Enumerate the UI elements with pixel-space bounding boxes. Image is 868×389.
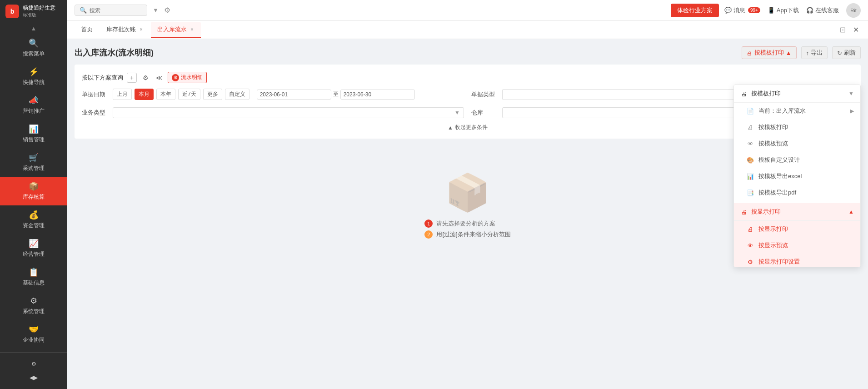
sidebar-item-label: 快捷导航 [23,79,45,86]
online-service-button[interactable]: 🎧 在线客服 [806,6,839,15]
tab-home-label: 首页 [81,25,93,34]
sidebar-item-label: 采购管理 [23,165,45,172]
dropdown-display-print-header[interactable]: 🖨 按显示打印 ▲ [734,203,860,221]
industry-solution-button[interactable]: 体验行业方案 [671,4,719,17]
tab-close-icon[interactable]: ✕ [851,24,861,36]
tab-flow-close[interactable]: × [190,26,195,33]
tab-home[interactable]: 首页 [75,22,99,38]
sidebar-item-quick-nav[interactable]: ⚡ 快捷导航 [0,62,67,91]
filter-tag-item[interactable]: ⚙ 流水明细 [168,72,207,83]
step1-number: 1 [424,219,433,228]
sidebar-item-operations[interactable]: 📈 经营管理 [0,234,67,263]
dropdown-display-print-set-item[interactable]: ⚙ 按显示打印设置 [734,254,860,267]
export-button[interactable]: ↑ 导出 [801,46,828,59]
sidebar-item-label: 经营管理 [23,250,45,258]
sidebar-item-finance[interactable]: 💰 资金管理 [0,205,67,234]
date-custom-button[interactable]: 自定义 [225,89,249,100]
collapse-up-icon: ▲ [448,125,453,131]
tab-restore-icon[interactable]: ⊡ [838,24,848,36]
display-print-item-icon: 🖨 [747,225,754,233]
dropdown-template-print-header[interactable]: 🖨 按模板打印 ▼ [734,85,860,103]
date-more-button[interactable]: 更多 [203,89,222,100]
sidebar-item-purchase[interactable]: 🛒 采购管理 [0,148,67,177]
marketing-icon: 📣 [29,95,39,105]
online-service-label: 在线客服 [815,6,839,15]
dropdown-scrollable: 🖨 按模板打印 ▼ 📄 当前：出入库流水 ▶ 🖨 按模板打印 [734,85,860,267]
sidebar-item-cooperation[interactable]: 🤝 企业协同 [0,320,67,349]
dropdown-display-print-item-label: 按显示打印 [758,225,788,233]
sidebar-item-inventory[interactable]: 📦 库存核算 [0,177,67,205]
date-label: 单据日期 [82,90,109,99]
sidebar-item-marketing[interactable]: 📣 营销推广 [0,91,67,120]
date-last-month-button[interactable]: 上月 [113,89,132,100]
topbar-dropdown-arrow[interactable]: ▼ [153,7,159,14]
warehouse-select[interactable]: ▼ [502,107,774,118]
current-arrow-icon: ▶ [850,108,854,114]
date-7days-button[interactable]: 近7天 [178,89,200,100]
export-label: 导出 [811,49,823,57]
print-chevron-up-icon: ▲ [786,50,792,56]
user-avatar[interactable]: Rit [846,3,861,18]
dropdown-template-preview-label: 按模板预览 [758,140,788,148]
dropdown-template-excel-label: 按模板导出excel [758,172,802,180]
dropdown-template-preview-item[interactable]: 👁 按模板预览 [734,135,860,152]
tab-batch-account-label: 库存批次账 [106,25,136,34]
sidebar-item-label: 企业协同 [23,336,45,344]
sidebar-item-basic[interactable]: 📋 基础信息 [0,263,67,291]
app-download-icon: 📱 [768,7,775,14]
dropdown-current-item[interactable]: 📄 当前：出入库流水 ▶ [734,103,860,119]
search-input[interactable] [90,7,135,14]
tab-batch-account-close[interactable]: × [139,26,144,33]
topbar-actions: 💬 消息 99+ 📱 App下载 🎧 在线客服 Rit [724,3,861,18]
biz-type-select[interactable]: ▼ [113,107,464,118]
message-label: 消息 [733,6,745,15]
filter-date-field: 单据日期 上月 本月 本年 近7天 更多 自定义 至 [82,89,464,100]
dropdown-template-excel-item[interactable]: 📊 按模板导出excel [734,168,860,185]
sidebar-item-guide[interactable]: 🎯 新手引导 [0,349,67,352]
tabs-actions: ⊡ ✕ [838,24,861,36]
tab-batch-account[interactable]: 库存批次账 × [100,22,150,38]
dropdown-template-print-item[interactable]: 🖨 按模板打印 [734,119,860,135]
step2-text: 用[过滤]条件来缩小分析范围 [436,230,510,239]
dropdown-template-pdf-item[interactable]: 📑 按模板导出pdf [734,185,860,201]
sidebar-item-sales[interactable]: 📊 销售管理 [0,120,67,148]
dropdown-display-print-item[interactable]: 🖨 按显示打印 [734,221,860,237]
message-button[interactable]: 💬 消息 99+ [724,6,760,15]
dropdown-template-chevron-down-icon: ▼ [848,90,854,97]
dropdown-divider-1 [734,202,860,202]
sidebar-bottom-settings[interactable]: ⚙ [0,357,67,371]
dropdown-template-custom-item[interactable]: 🎨 模板自定义设计 [734,152,860,168]
refresh-button[interactable]: ↻ 刷新 [832,46,861,59]
dropdown-display-preview-item[interactable]: 👁 按显示预览 [734,237,860,254]
inventory-icon: 📦 [29,181,39,191]
sidebar-item-system[interactable]: ⚙ 系统管理 [0,291,67,320]
refresh-icon: ↻ [837,50,842,56]
print-template-button[interactable]: 🖨 按模板打印 ▲ [742,46,797,59]
sidebar-item-label: 营销推广 [23,107,45,115]
topbar-search-box[interactable]: 🔍 [75,5,147,16]
date-to-input[interactable] [340,90,415,100]
dropdown-display-print-set-label: 按显示打印设置 [758,258,800,266]
filter-tag-label: 流水明细 [181,74,203,81]
date-this-month-button[interactable]: 本月 [135,89,154,100]
filter-collapse-button[interactable]: ≪ [154,73,164,83]
sidebar-bottom: ⚙ ◀▶ [0,352,67,389]
sidebar-item-label: 库存核算 [23,193,45,201]
tab-flow[interactable]: 出入库流水 × [151,22,201,38]
sales-icon: 📊 [29,124,39,134]
filter-add-button[interactable]: + [127,73,137,83]
dropdown-display-print-title: 🖨 按显示打印 [740,208,781,216]
filter-gear-button[interactable]: ⚙ [140,73,150,83]
date-this-year-button[interactable]: 本年 [156,89,175,100]
user-name: Rit [850,8,856,13]
app-container: b 畅捷通好生意 标准版 ▲ 🔍 搜索菜单 ⚡ 快捷导航 📣 营销推广 📊 [0,0,868,389]
step2-number: 2 [424,230,433,239]
sidebar-scroll-up[interactable]: ▲ [0,23,67,34]
topbar-gear-icon[interactable]: ⚙ [164,6,170,15]
sidebar-item-search[interactable]: 🔍 搜索菜单 [0,34,67,62]
refresh-label: 刷新 [844,49,856,57]
app-download-button[interactable]: 📱 App下载 [768,6,799,15]
biz-type-arrow-icon: ▼ [454,110,460,116]
sidebar-bottom-toggle[interactable]: ◀▶ [0,371,67,384]
date-from-input[interactable] [257,90,331,100]
